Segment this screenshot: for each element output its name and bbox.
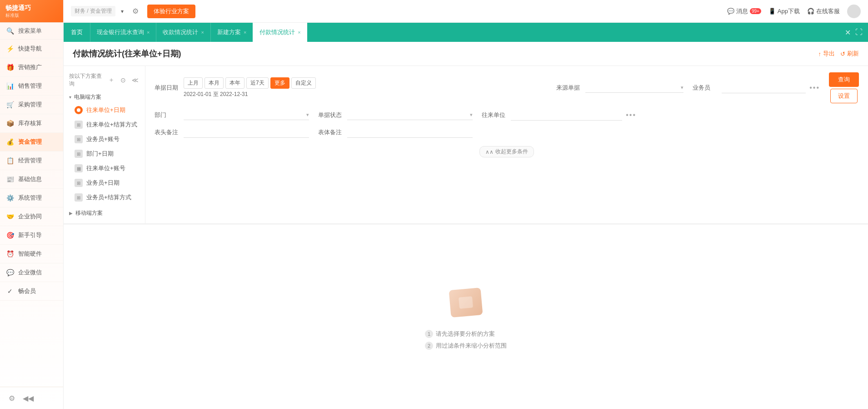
settings-button[interactable]: 设置 [830,89,858,103]
sidebar-item-guide[interactable]: 🎯 新手引导 [0,226,63,245]
tab-close-icon[interactable]: ✕ [845,28,851,37]
tab-bank-flow[interactable]: 现金银行流水查询 × [90,23,156,42]
scheme-item-dept-date[interactable]: ⊞ 部门+日期 [64,146,145,161]
tab-payment-stats-close[interactable]: × [298,30,300,35]
tab-bank-flow-close[interactable]: × [147,30,150,35]
scheme-grid-icon-5: ⊞ [75,179,83,187]
tab-home[interactable]: 首页 [64,23,90,42]
hint-text-1: 请先选择要分析的方案 [436,330,495,338]
quick-nav-icon: ⚡ [5,44,15,53]
scheme-item-staff-date[interactable]: ⊞ 业务员+日期 [64,176,145,190]
note1-input[interactable] [184,127,309,138]
tab-expand-icon[interactable]: ⛶ [855,28,863,36]
sidebar-item-wechat[interactable]: 💬 企业微信 [0,263,63,282]
finance-icon: 💰 [5,137,15,146]
top-header: 财务 / 资金管理 ▾ ⚙ 体验行业方案 💬 消息 99+ 📱 App下载 🎧 … [64,0,868,23]
scheme-panel-icons: ＋ ⊙ ≪ [107,76,140,85]
scheme-mobile-category[interactable]: ▶ 移动端方案 [64,207,145,219]
page-title: 付款情况统计(往来单位+日期) [73,48,181,59]
note2-input[interactable] [347,127,473,138]
partner-more-icon[interactable]: ••• [626,111,636,119]
sidebar-item-sales[interactable]: 📊 销售管理 [0,77,63,96]
filter-right: 单据日期 上月 本月 本年 近7天 更多 自定义 2022-01-01 至 20… [145,66,868,223]
scheme-collapse-icon[interactable]: ≪ [130,76,140,85]
scheme-item-staff-account[interactable]: ⊞ 业务员+账号 [64,132,145,146]
messages-action[interactable]: 💬 消息 99+ [727,7,761,15]
this-year-btn[interactable]: 本年 [225,77,244,89]
main-content: 财务 / 资金管理 ▾ ⚙ 体验行业方案 💬 消息 99+ 📱 App下载 🎧 … [64,0,868,409]
user-avatar[interactable] [847,5,861,18]
date-label: 单据日期 [155,84,180,92]
sidebar-item-vip[interactable]: ✓ 畅会员 [0,282,63,301]
scheme-item-partner-settle[interactable]: ⊞ 往来单位+结算方式 [64,117,145,132]
tab-receivable-close[interactable]: × [201,30,204,35]
breadcrumb-text: 财务 / 资金管理 [75,8,112,14]
tab-new-scheme-close[interactable]: × [244,30,246,35]
scheme-settings-icon[interactable]: ⊙ [119,76,128,85]
scheme-add-icon[interactable]: ＋ [107,76,116,85]
this-month-btn[interactable]: 本月 [205,77,224,89]
source-select[interactable]: ▾ [585,83,683,93]
scheme-mobile-arrow: ▶ [69,211,73,216]
scheme-item-partner-date[interactable]: 往来单位+日期 [64,103,145,117]
header-dropdown[interactable]: ▾ [121,8,124,15]
query-button[interactable]: 查询 [829,72,859,87]
search-icon: 🔍 [5,26,15,35]
dept-select[interactable]: ▾ [184,110,309,120]
scheme-desktop-category[interactable]: ▾ 电脑端方案 [64,91,145,103]
custom-date-btn[interactable]: 自定义 [291,77,316,89]
date-filter-group: 单据日期 上月 本月 本年 近7天 更多 自定义 2022-01-01 至 20… [155,77,547,98]
tab-new-scheme[interactable]: 新建方案 × [210,23,253,42]
more-dates-btn[interactable]: 更多 [270,77,289,89]
scheme-item-label-3: 部门+日期 [86,150,114,158]
vip-icon: ✓ [5,287,15,296]
export-icon: ↑ [818,50,822,57]
scheme-item-partner-account[interactable]: ▦ 往来单位+账号 [64,161,145,176]
source-label: 来源单据 [556,84,582,92]
status-select[interactable]: ▾ [347,110,473,120]
collapse-label: 收起更多条件 [495,148,528,156]
collapse-button[interactable]: ∧∧ 收起更多条件 [479,146,534,157]
last-7-days-btn[interactable]: 近7天 [246,77,269,89]
staff-more-icon[interactable]: ••• [809,84,820,92]
export-button[interactable]: ↑ 导出 [818,50,835,58]
scheme-grid-icon-6: ⊞ [75,193,83,202]
header-settings-icon[interactable]: ⚙ [129,5,142,18]
tab-payment-stats[interactable]: 付款情况统计 × [253,23,307,42]
industry-button[interactable]: 体验行业方案 [147,5,195,18]
sales-label: 销售管理 [18,82,42,90]
last-month-btn[interactable]: 上月 [184,77,203,89]
operations-label: 经营管理 [18,157,42,165]
sidebar-item-hardware[interactable]: ⏰ 智能硬件 [0,245,63,263]
content-wrapper: 付款情况统计(往来单位+日期) ↑ 导出 ↺ 刷新 按以下方案查询 ＋ [64,42,868,409]
operations-icon: 📋 [5,156,15,165]
sidebar-item-marketing[interactable]: 🎁 营销推广 [0,58,63,77]
sidebar-item-system[interactable]: ⚙️ 系统管理 [0,189,63,207]
sidebar-item-quick-nav[interactable]: ⚡ 快捷导航 [0,40,63,58]
collapse-sidebar-icon[interactable]: ◀◀ [22,392,35,404]
tab-receivable[interactable]: 收款情况统计 × [156,23,210,42]
sidebar-item-enterprise[interactable]: 🤝 企业协同 [0,207,63,226]
refresh-button[interactable]: ↺ 刷新 [840,50,859,58]
note2-filter-group: 表体备注 [318,127,473,138]
online-service-action[interactable]: 🎧 在线客服 [807,7,840,15]
hardware-label: 智能硬件 [18,250,42,258]
export-label: 导出 [823,50,835,58]
sidebar-item-operations[interactable]: 📋 经营管理 [0,151,63,170]
finance-label: 资金管理 [18,138,42,146]
scheme-panel-label: 按以下方案查询 [69,72,107,88]
sidebar-item-inventory[interactable]: 📦 库存核算 [0,114,63,133]
sidebar-item-search[interactable]: 🔍 搜索菜单 [0,23,63,40]
dept-label: 部门 [155,111,180,119]
scheme-item-staff-settle[interactable]: ⊞ 业务员+结算方式 [64,190,145,205]
app-download-action[interactable]: 📱 App下载 [768,7,800,15]
staff-input[interactable] [722,82,806,93]
scheme-item-label-5: 业务员+日期 [86,179,120,187]
settings-bottom-icon[interactable]: ⚙ [5,392,18,404]
collapse-up-icon: ∧∧ [485,149,494,155]
partner-input[interactable] [511,110,622,121]
sidebar-item-finance[interactable]: 💰 资金管理 [0,133,63,151]
sidebar-item-basic[interactable]: 📰 基础信息 [0,170,63,189]
sidebar-item-purchase[interactable]: 🛒 采购管理 [0,96,63,114]
status-dropdown-arrow: ▾ [470,112,473,118]
